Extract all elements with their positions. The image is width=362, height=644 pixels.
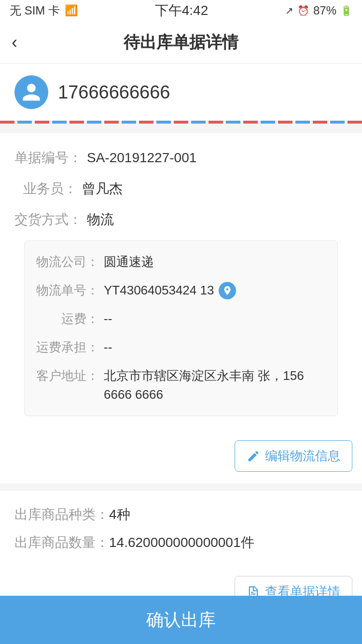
customer-phone: 17666666666	[58, 82, 170, 103]
goods-quantity-value: 14.620000000000001件	[109, 533, 254, 552]
freight-row: 运费： --	[36, 309, 326, 328]
freight-bearer-row: 运费承担： --	[36, 338, 326, 357]
confirm-bar[interactable]: 确认出库	[0, 596, 362, 644]
delivery-row: 交货方式： 物流	[14, 210, 348, 230]
status-time: 下午4:42	[155, 1, 209, 20]
logistics-card: 物流公司： 圆通速递 物流单号： YT43064053424 13 运费： --…	[24, 240, 338, 416]
goods-quantity-row: 出库商品数量： 14.620000000000001件	[14, 533, 348, 552]
edit-logistics-container: 编辑物流信息	[0, 431, 362, 483]
avatar	[14, 75, 48, 109]
status-left: 无 SIM 卡 📶	[10, 3, 78, 18]
user-icon	[21, 82, 42, 103]
document-info-section: 单据编号： SA-20191227-001 业务员： 曾凡杰 交货方式： 物流 …	[0, 133, 362, 431]
staff-value: 曾凡杰	[82, 179, 348, 199]
battery-text: 87%	[313, 4, 336, 17]
dashed-divider	[0, 121, 362, 124]
customer-header: 17666666666	[0, 64, 362, 121]
alarm-icon: ⏰	[297, 5, 309, 16]
confirm-button-label: 确认出库	[146, 608, 216, 632]
goods-types-value: 4种	[109, 505, 130, 524]
status-bar: 无 SIM 卡 📶 下午4:42 ↗ ⏰ 87% 🔋	[0, 0, 362, 21]
battery-icon: 🔋	[340, 5, 352, 16]
document-number-row: 单据编号： SA-20191227-001	[14, 148, 348, 168]
delivery-value: 物流	[87, 210, 348, 230]
back-button[interactable]: ‹	[12, 32, 17, 53]
edit-logistics-button[interactable]: 编辑物流信息	[235, 440, 352, 472]
address-label: 客户地址：	[36, 366, 104, 385]
location-pin-icon	[222, 285, 233, 296]
logistics-tracking-row: 物流单号： YT43064053424 13	[36, 281, 326, 300]
logistics-tracking-value: YT43064053424 13	[104, 281, 326, 300]
edit-logistics-label: 编辑物流信息	[265, 448, 340, 464]
track-location-button[interactable]	[219, 282, 236, 299]
page-title: 待出库单据详情	[124, 31, 238, 54]
logistics-company-label: 物流公司：	[36, 252, 104, 271]
section-divider	[0, 483, 362, 491]
goods-section: 出库商品种类： 4种 出库商品数量： 14.620000000000001件	[0, 491, 362, 566]
staff-row: 业务员： 曾凡杰	[14, 179, 348, 199]
logistics-company-value: 圆通速递	[104, 252, 326, 271]
status-right: ↗ ⏰ 87% 🔋	[285, 4, 352, 17]
carrier-text: 无 SIM 卡	[10, 3, 60, 18]
staff-label: 业务员：	[14, 179, 82, 199]
document-number-value: SA-20191227-001	[87, 148, 348, 168]
freight-label: 运费：	[36, 309, 104, 328]
goods-quantity-label: 出库商品数量：	[14, 533, 109, 552]
logistics-company-row: 物流公司： 圆通速递	[36, 252, 326, 271]
edit-icon	[247, 449, 260, 463]
freight-value: --	[104, 309, 326, 328]
address-value: 北京市市辖区海淀区永丰南 张，156 6666 6666	[104, 366, 326, 404]
goods-types-row: 出库商品种类： 4种	[14, 505, 348, 524]
document-number-label: 单据编号：	[14, 148, 87, 168]
freight-bearer-value: --	[104, 338, 326, 357]
nav-bar: ‹ 待出库单据详情	[0, 21, 362, 64]
location-status-icon: ↗	[285, 5, 293, 16]
logistics-tracking-label: 物流单号：	[36, 281, 104, 300]
wifi-icon: 📶	[65, 4, 78, 17]
address-row: 客户地址： 北京市市辖区海淀区永丰南 张，156 6666 6666	[36, 366, 326, 404]
goods-types-label: 出库商品种类：	[14, 505, 109, 524]
delivery-label: 交货方式：	[14, 210, 87, 230]
freight-bearer-label: 运费承担：	[36, 338, 104, 357]
